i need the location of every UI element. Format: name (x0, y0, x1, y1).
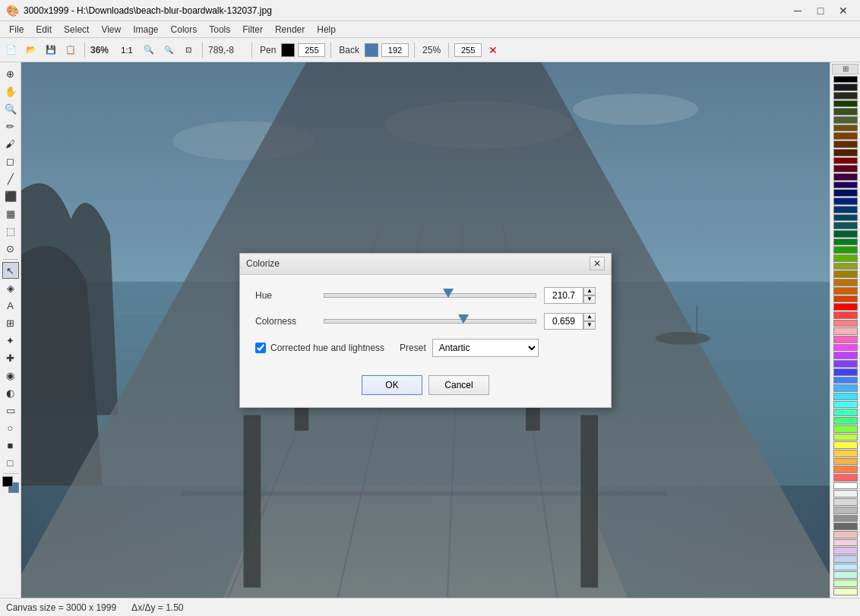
hue-thumb[interactable] (443, 289, 454, 304)
palette-color-62[interactable] (833, 580, 858, 587)
brush-value-input[interactable] (454, 43, 482, 57)
palette-color-9[interactable] (833, 149, 858, 156)
palette-color-23[interactable] (833, 263, 858, 270)
palette-color-22[interactable] (833, 254, 858, 262)
palette-color-33[interactable] (833, 344, 858, 352)
zoom-in-button[interactable]: 🔍 (141, 42, 157, 58)
open-file-button[interactable]: 📂 (23, 42, 40, 58)
palette-color-42[interactable] (833, 417, 858, 425)
palette-color-20[interactable] (833, 239, 858, 246)
palette-color-3[interactable] (833, 100, 858, 108)
palette-color-27[interactable] (833, 295, 858, 303)
select-lasso-tool[interactable]: ⊙ (2, 240, 19, 257)
clone-tool[interactable]: ✦ (2, 332, 19, 349)
palette-color-58[interactable] (833, 547, 858, 554)
heal-tool[interactable]: ✚ (2, 349, 19, 366)
palette-color-63[interactable] (833, 588, 858, 595)
back-value-input[interactable] (381, 43, 409, 57)
palette-header[interactable]: ⊞ (832, 64, 858, 74)
line-tool[interactable]: ╱ (2, 170, 19, 187)
colorness-down-button[interactable]: ▼ (583, 321, 596, 330)
palette-color-29[interactable] (833, 311, 858, 319)
palette-color-39[interactable] (833, 393, 858, 400)
menu-item-view[interactable]: View (95, 23, 127, 36)
new-file-button[interactable]: 📄 (3, 42, 20, 58)
palette-color-61[interactable] (833, 571, 858, 579)
pen-color-box[interactable] (281, 43, 295, 57)
menu-item-help[interactable]: Help (311, 23, 342, 36)
maximize-button[interactable]: □ (810, 3, 831, 18)
foreground-color[interactable]: ■ (2, 437, 19, 453)
clear-button[interactable]: ✕ (485, 42, 501, 58)
palette-color-30[interactable] (833, 320, 858, 327)
palette-color-6[interactable] (833, 125, 858, 132)
palette-color-13[interactable] (833, 182, 858, 189)
zoom-1to1-button[interactable]: 1:1 (116, 42, 138, 58)
palette-color-1[interactable] (833, 84, 858, 91)
palette-color-46[interactable] (833, 450, 858, 457)
dialog-close-button[interactable]: ✕ (590, 257, 605, 270)
palette-color-32[interactable] (833, 336, 858, 343)
colorness-up-button[interactable]: ▲ (583, 313, 596, 321)
palette-color-0[interactable] (833, 76, 858, 84)
foreground-color-swatch[interactable] (2, 476, 13, 487)
palette-color-10[interactable] (833, 157, 858, 165)
palette-color-19[interactable] (833, 230, 858, 238)
palette-color-16[interactable] (833, 206, 858, 213)
copy-button[interactable]: 📋 (62, 42, 79, 58)
menu-item-filter[interactable]: Filter (236, 23, 269, 36)
palette-color-44[interactable] (833, 434, 858, 441)
transform-tool[interactable]: ⊞ (2, 314, 19, 331)
palette-color-56[interactable] (833, 531, 858, 539)
palette-color-2[interactable] (833, 92, 858, 100)
close-button[interactable]: ✕ (833, 3, 854, 18)
palette-color-35[interactable] (833, 360, 858, 368)
palette-color-47[interactable] (833, 458, 858, 466)
palette-color-25[interactable] (833, 279, 858, 286)
menu-item-colors[interactable]: Colors (165, 23, 204, 36)
palette-color-17[interactable] (833, 214, 858, 222)
palette-color-34[interactable] (833, 352, 858, 359)
palette-color-37[interactable] (833, 377, 858, 384)
preset-select[interactable]: Antartic Sepia Cool Blue Warm Vintage Cu… (432, 339, 539, 357)
palette-color-51[interactable] (833, 490, 858, 498)
palette-color-45[interactable] (833, 441, 858, 449)
palette-color-7[interactable] (833, 132, 858, 140)
colorness-value-input[interactable] (544, 313, 583, 330)
rect-shape-tool[interactable]: ▭ (2, 402, 19, 419)
zoom-out-button[interactable]: 🔍 (160, 42, 177, 58)
smudge-tool[interactable]: ◉ (2, 367, 19, 384)
palette-color-21[interactable] (833, 246, 858, 254)
palette-color-14[interactable] (833, 189, 858, 197)
back-color-box[interactable] (365, 43, 378, 57)
palette-color-38[interactable] (833, 384, 858, 392)
background-color[interactable]: □ (2, 454, 19, 471)
palette-color-4[interactable] (833, 108, 858, 115)
palette-color-49[interactable] (833, 474, 858, 482)
palette-color-53[interactable] (833, 507, 858, 514)
palette-color-28[interactable] (833, 303, 858, 311)
ok-button[interactable]: OK (362, 375, 422, 395)
palette-color-60[interactable] (833, 564, 858, 571)
palette-color-57[interactable] (833, 539, 858, 547)
select-arrow-tool[interactable]: ↖ (2, 262, 19, 279)
palette-color-31[interactable] (833, 327, 858, 335)
palette-color-11[interactable] (833, 165, 858, 172)
fill-tool[interactable]: ⬛ (2, 188, 19, 204)
palette-color-50[interactable] (833, 482, 858, 490)
fit-screen-button[interactable]: ⊡ (180, 42, 197, 58)
palette-color-24[interactable] (833, 270, 858, 278)
menu-item-file[interactable]: File (3, 23, 30, 36)
menu-item-image[interactable]: Image (127, 23, 164, 36)
pencil-tool[interactable]: ✏ (2, 118, 19, 134)
palette-color-15[interactable] (833, 197, 858, 205)
colorness-thumb[interactable] (458, 314, 469, 330)
text-tool[interactable]: A (2, 297, 19, 314)
corrected-hue-checkbox[interactable] (255, 343, 266, 353)
pen-value-input[interactable] (298, 43, 325, 57)
menu-item-tools[interactable]: Tools (203, 23, 236, 36)
hue-down-button[interactable]: ▼ (583, 295, 596, 304)
circle-shape-tool[interactable]: ○ (2, 419, 19, 436)
zoom-tool[interactable]: 🔍 (2, 100, 19, 117)
palette-color-55[interactable] (833, 523, 858, 530)
